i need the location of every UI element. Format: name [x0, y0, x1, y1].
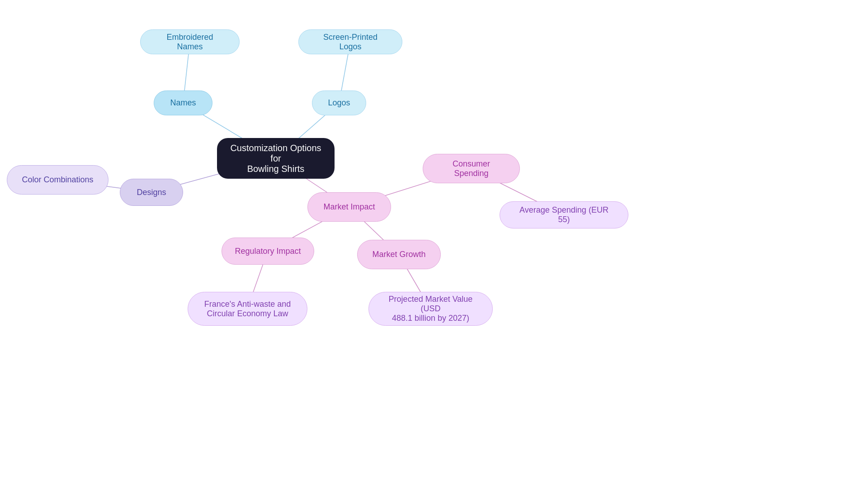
- screen-printed-label: Screen-Printed Logos: [311, 33, 389, 52]
- designs-node: Designs: [120, 179, 183, 206]
- color-combinations-node: Color Combinations: [7, 165, 108, 195]
- consumer-spending-label: Consumer Spending: [436, 159, 507, 178]
- embroidered-names-label: Embroidered Names: [153, 33, 226, 52]
- average-spending-label: Average Spending (EUR 55): [513, 205, 615, 224]
- consumer-spending-node: Consumer Spending: [423, 154, 520, 183]
- market-impact-label: Market Impact: [323, 202, 375, 212]
- embroidered-names-node: Embroidered Names: [140, 29, 240, 54]
- france-law-node: France's Anti-waste and Circular Economy…: [188, 292, 307, 326]
- regulatory-impact-label: Regulatory Impact: [235, 247, 301, 256]
- center-label: Customization Options for Bowling Shirts: [230, 143, 322, 174]
- average-spending-node: Average Spending (EUR 55): [500, 201, 628, 228]
- market-growth-node: Market Growth: [357, 240, 441, 269]
- names-node: Names: [154, 90, 212, 115]
- logos-node: Logos: [312, 90, 366, 115]
- screen-printed-node: Screen-Printed Logos: [298, 29, 402, 54]
- market-impact-node: Market Impact: [307, 192, 391, 222]
- projected-value-label: Projected Market Value (USD 488.1 billio…: [382, 295, 480, 323]
- logos-label: Logos: [328, 98, 350, 108]
- names-label: Names: [170, 98, 196, 108]
- regulatory-impact-node: Regulatory Impact: [222, 238, 314, 265]
- france-law-label: France's Anti-waste and Circular Economy…: [204, 300, 291, 319]
- market-growth-label: Market Growth: [372, 250, 425, 259]
- designs-label: Designs: [137, 188, 166, 197]
- center-node: Customization Options for Bowling Shirts: [217, 138, 335, 179]
- projected-value-node: Projected Market Value (USD 488.1 billio…: [368, 292, 493, 326]
- color-combinations-label: Color Combinations: [22, 175, 93, 185]
